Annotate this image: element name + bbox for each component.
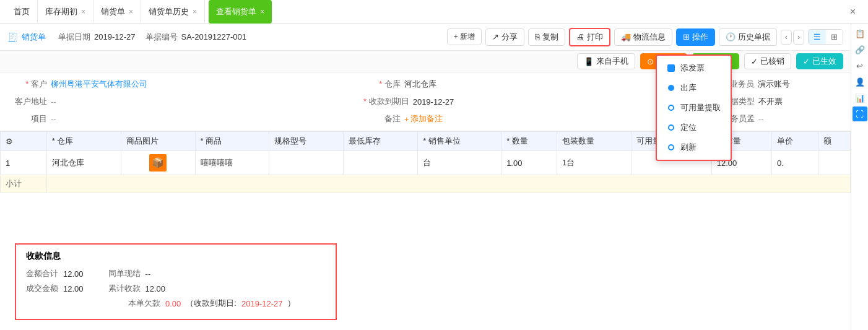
right-tools-panel: 📋 🔗 ↩ 👤 📊 ⛶: [851, 24, 868, 330]
payment-info-panel: 收款信息 金额合计 12.00 同单现结 -- 成交金额 12.00: [15, 243, 337, 320]
row-image: 📦: [121, 151, 195, 175]
tab-sales-history[interactable]: 销货单历史 ×: [141, 0, 205, 24]
row-quantity: 1.00: [501, 151, 557, 175]
row-min-stock: [344, 151, 418, 175]
cancelled-icon: ✓: [751, 57, 758, 66]
add-invoice-label: 添发票: [680, 63, 705, 74]
doc-number-label: 单据编号: [145, 32, 178, 43]
tab-view-sales-close[interactable]: ×: [260, 7, 264, 16]
refresh-item[interactable]: 刷新: [657, 137, 731, 157]
right-tool-4[interactable]: 👤: [853, 74, 867, 89]
tab-sales-order[interactable]: 销货单 ×: [93, 0, 141, 24]
doc-actions: + 新增 ↗ 分享 ⎘ 复制 🖨 打印 🚚 物流信息: [447, 28, 843, 46]
effective-button[interactable]: ✓ 已生效: [796, 53, 843, 69]
total-amount-label: 金额合计: [26, 268, 58, 279]
add-invoice-item[interactable]: 添发票: [657, 58, 731, 78]
warehouse-label: 仓库: [363, 79, 401, 90]
same-order-field: 同单现结 --: [108, 268, 151, 279]
outbound-item[interactable]: 出库: [657, 78, 731, 98]
user-icon: 👤: [855, 77, 865, 87]
link-icon: 🔗: [855, 45, 865, 54]
row-sales-unit: 台: [418, 151, 501, 175]
doc-number-field: 单据编号 SA-20191227-001: [145, 32, 247, 43]
col-amount: 额: [818, 132, 850, 151]
col-product: * 商品: [195, 132, 269, 151]
print-button[interactable]: 🖨 打印: [569, 28, 610, 46]
doc-date-field: 单据日期 2019-12-27: [58, 32, 136, 43]
view-toggle: ☰ ⊞: [808, 29, 843, 45]
col-min-stock: 最低库存: [344, 132, 418, 151]
ticket-icon: ⊙: [647, 57, 654, 66]
print-icon: 🖨: [576, 32, 584, 41]
copy-icon: ⎘: [535, 32, 540, 41]
tab-sales-order-close[interactable]: ×: [129, 7, 133, 16]
col-warehouse: * 仓库: [46, 132, 121, 151]
row-amount: [818, 151, 850, 175]
right-tool-3[interactable]: ↩: [853, 58, 867, 73]
settings-icon: ⚙: [6, 137, 13, 146]
right-tool-6[interactable]: ⛶: [853, 106, 867, 121]
outbound-label: 出库: [680, 82, 697, 93]
right-tool-2[interactable]: 🔗: [853, 42, 867, 57]
customer-value[interactable]: 柳州粤港平安气体有限公司: [51, 79, 363, 90]
refresh-label: 刷新: [680, 142, 697, 153]
cancelled-button[interactable]: ✓ 已核销: [744, 53, 791, 69]
chart-icon: 📊: [855, 93, 865, 103]
new-button[interactable]: + 新增: [447, 28, 482, 45]
transaction-field: 成交金额 12.00: [26, 283, 84, 294]
customer-label: 客户: [10, 79, 47, 90]
tab-view-sales[interactable]: 查看销货单 ×: [209, 0, 272, 24]
doc-meta: 单据日期 2019-12-27 单据编号 SA-20191227-001: [58, 32, 445, 43]
available-pickup-item[interactable]: 可用量提取: [657, 98, 731, 118]
locate-item[interactable]: 定位: [657, 118, 731, 137]
tab-inventory-init[interactable]: 库存期初 ×: [38, 0, 93, 24]
balance-note: （收款到期日:: [186, 298, 237, 309]
balance-note-end: ）: [287, 298, 295, 309]
share-button[interactable]: ↗ 分享: [485, 28, 524, 46]
right-tool-1[interactable]: 📋: [853, 26, 867, 41]
tab-sales-history-label: 销货单历史: [149, 6, 189, 17]
add-note-button[interactable]: + 添加备注: [404, 113, 443, 124]
refresh-icon: [667, 143, 675, 152]
right-tool-5[interactable]: 📊: [853, 90, 867, 105]
tab-view-sales-label: 查看销货单: [216, 6, 256, 17]
available-pickup-label: 可用量提取: [680, 102, 721, 113]
payment-row-3: 本单欠款 0.00 （收款到期日: 2019-12-27 ）: [26, 298, 326, 309]
salesperson-field: 业务员孟 --: [717, 113, 841, 124]
next-button[interactable]: ›: [793, 30, 804, 45]
operate-dropdown: 添发票 出库 可用量提取 定位 刷新: [656, 54, 732, 161]
reply-icon: ↩: [856, 61, 863, 71]
address-value: --: [51, 97, 363, 106]
address-field: 客户地址 --: [10, 96, 363, 107]
prev-button[interactable]: ‹: [781, 30, 792, 45]
nav-arrows: ‹ ›: [781, 30, 804, 45]
logistics-button[interactable]: 🚚 物流信息: [614, 28, 672, 46]
tab-home[interactable]: 首页: [6, 0, 38, 24]
row-warehouse: 河北仓库: [46, 151, 121, 175]
col-gear[interactable]: ⚙: [1, 132, 47, 151]
staff-value: 演示账号: [758, 79, 841, 90]
copy-button[interactable]: ⎘ 复制: [528, 28, 565, 46]
total-amount-value: 12.00: [63, 269, 84, 279]
tab-inventory-init-label: 库存期初: [45, 6, 77, 17]
payment-row-1: 金额合计 12.00 同单现结 --: [26, 268, 326, 279]
tab-inventory-init-close[interactable]: ×: [81, 7, 85, 16]
product-image: 📦: [149, 154, 167, 172]
operate-icon: ⊞: [683, 32, 690, 41]
history-button[interactable]: 🕐 历史单据: [719, 28, 777, 46]
tab-sales-history-close[interactable]: ×: [193, 7, 197, 16]
list-view-btn[interactable]: ☰: [809, 30, 826, 44]
project-field: 项目 --: [10, 113, 363, 124]
history-icon: 🕐: [726, 32, 736, 41]
col-image: 商品图片: [121, 132, 195, 151]
tab-bar: 首页 库存期初 × 销货单 × 销货单历史 × 查看销货单 × ×: [0, 0, 868, 24]
plus-icon: +: [404, 115, 409, 124]
grid-view-btn[interactable]: ⊞: [826, 30, 843, 44]
subtotal-values: [46, 175, 850, 193]
from-phone-button[interactable]: 📱 来自手机: [577, 53, 635, 69]
operate-button[interactable]: ⊞ 操作: [676, 28, 715, 46]
locate-label: 定位: [680, 122, 697, 133]
ticket-field: 票据类型 不开票: [717, 96, 841, 107]
project-label: 项目: [10, 113, 47, 124]
window-close-button[interactable]: ×: [844, 6, 862, 17]
